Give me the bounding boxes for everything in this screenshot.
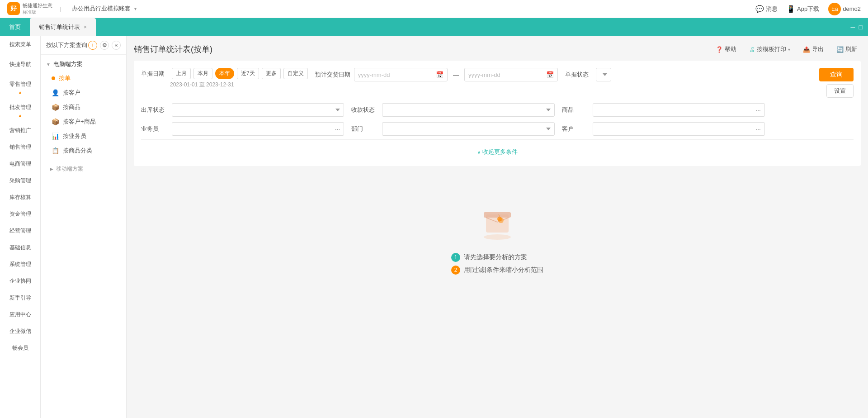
sidebar-item-system[interactable]: 系统管理 (0, 256, 40, 273)
sidebar-item-retail[interactable]: 零售管理 ▲ (0, 76, 40, 99)
goods-input-wrap[interactable]: ··· (593, 103, 765, 117)
sidebar-item-inventory[interactable]: 库存核算 (0, 189, 40, 206)
sidebar-search-menu[interactable]: 搜索菜单 (0, 36, 40, 53)
customer-dots[interactable]: ··· (755, 125, 761, 133)
svg-point-4 (497, 217, 502, 221)
sidebar-item-wholesale[interactable]: 批发管理 ▲ (0, 99, 40, 122)
top-bar-right: 💬 消息 📱 App下载 Ea demo2 (755, 3, 861, 15)
scheme-add-btn[interactable]: + (88, 41, 97, 50)
status-label: 单据状态 (565, 71, 592, 79)
scheme-item-by-order[interactable]: 按单 (41, 71, 126, 86)
scheme-mobile-section-title[interactable]: ▶ 移动端方案 (41, 162, 126, 176)
sidebar-item-ecommerce[interactable]: 电商管理 (0, 156, 40, 172)
tab-sales-order-summary[interactable]: 销售订单统计表 × (30, 18, 96, 36)
goods-label: 商品 (562, 106, 589, 114)
scheme-item-by-goods[interactable]: 📦 按商品 (41, 100, 126, 114)
sidebar-item-operations[interactable]: 经营管理 (0, 223, 40, 239)
top-bar: 好 畅捷通好生意 标准版 | 办公用品行业模拟账套 ▾ 💬 消息 📱 App下载… (0, 0, 868, 18)
date-btn-custom[interactable]: 自定义 (283, 68, 308, 79)
goods-dots[interactable]: ··· (755, 106, 761, 114)
print-btn[interactable]: 🖨 按模板打印 ▾ (745, 43, 794, 55)
collapse-btn[interactable]: ∧ 收起更多条件 (470, 145, 525, 159)
salesman-dots[interactable]: ··· (335, 125, 340, 133)
sidebar-item-basic[interactable]: 基础信息 (0, 239, 40, 256)
export-btn[interactable]: 📤 导出 (799, 43, 827, 55)
date-btn-last-month[interactable]: 上月 (172, 68, 191, 79)
sidebar-item-sales[interactable]: 销售管理 (0, 139, 40, 156)
sidebar-item-apps[interactable]: 应用中心 (0, 306, 40, 323)
date-quick-btns: 上月 本月 本年 近7天 更多 自定义 (172, 68, 308, 79)
scheme-item-by-salesman[interactable]: 📊 按业务员 (41, 129, 126, 143)
date-btn-this-year[interactable]: 本年 (215, 68, 234, 79)
scheme-item-by-customer[interactable]: 👤 按客户 (41, 86, 126, 100)
system-title-dropdown-icon[interactable]: ▾ (134, 6, 137, 11)
scheme-item-by-goods-category[interactable]: 📋 按商品分类 (41, 143, 126, 158)
delivery-status-select[interactable] (172, 103, 344, 117)
user-menu[interactable]: Ea demo2 (828, 3, 861, 15)
expected-date-to-input[interactable] (468, 71, 544, 78)
scheme-settings-btn[interactable]: ⚙ (100, 41, 109, 50)
sidebar-item-basic-label: 基础信息 (9, 244, 31, 252)
status-filter: 单据状态 (565, 68, 808, 81)
refresh-btn[interactable]: 🔄 刷新 (833, 43, 861, 55)
query-btn[interactable]: 查询 (819, 68, 854, 81)
app-download-btn[interactable]: 📱 App下载 (787, 5, 819, 13)
calendar-icon-1[interactable]: 📅 (436, 71, 443, 78)
expected-date-to[interactable]: 📅 (464, 68, 558, 81)
empty-state: 1 请先选择要分析的方案 2 用[过滤]条件来缩小分析范围 (134, 171, 861, 302)
sidebar-item-purchase[interactable]: 采购管理 (0, 172, 40, 189)
empty-steps: 1 请先选择要分析的方案 2 用[过滤]条件来缩小分析范围 (451, 253, 543, 275)
sidebar-item-wechat[interactable]: 企业微信 (0, 323, 40, 340)
sidebar-item-guide-label: 新手引导 (9, 294, 31, 302)
expected-date-label: 预计交货日期 (315, 71, 350, 79)
step-num-1: 1 (451, 253, 460, 262)
minimize-icon[interactable]: ─ (851, 24, 855, 31)
scheme-collapse-btn[interactable]: « (112, 41, 121, 50)
help-btn[interactable]: ❓ 帮助 (712, 43, 740, 55)
calendar-icon-2[interactable]: 📅 (546, 71, 554, 78)
top-bar-left: 好 畅捷通好生意 标准版 | 办公用品行业模拟账套 ▾ (7, 2, 137, 15)
tab-close-btn[interactable]: × (84, 24, 87, 30)
logo-icon: 好 (7, 2, 20, 15)
department-select[interactable] (382, 122, 554, 136)
sidebar-item-enterprise[interactable]: 企业协同 (0, 273, 40, 290)
expected-date-from-input[interactable] (358, 71, 434, 78)
sidebar-item-apps-label: 应用中心 (9, 311, 31, 318)
step-num-2: 2 (451, 266, 460, 275)
print-dropdown-icon[interactable]: ▾ (788, 47, 790, 52)
date-btn-last7[interactable]: 近7天 (237, 68, 259, 79)
payment-status-select[interactable] (382, 103, 554, 117)
step-1-text: 请先选择要分析的方案 (464, 253, 527, 261)
sidebar-item-marketing[interactable]: 营销推广 (0, 122, 40, 139)
sidebar-item-guide[interactable]: 新手引导 (0, 290, 40, 306)
sidebar-item-finance-label: 资金管理 (9, 210, 31, 218)
scheme-item-by-customer-goods-label: 按客户+商品 (63, 118, 96, 126)
customer-input-wrap[interactable]: ··· (593, 122, 765, 136)
user-label: demo2 (843, 5, 861, 12)
nav-tabs: 首页 销售订单统计表 × ─ □ (0, 18, 868, 36)
sidebar-item-member[interactable]: 畅会员 (0, 340, 40, 356)
tab-home[interactable]: 首页 (0, 18, 30, 36)
collapse-btn-row: ∧ 收起更多条件 (141, 139, 854, 159)
maximize-icon[interactable]: □ (859, 24, 863, 31)
scheme-panel-title: 按以下方案查询 (46, 41, 87, 49)
scheme-item-active-dot (52, 76, 55, 80)
scheme-item-by-customer-goods[interactable]: 📦 按客户+商品 (41, 114, 126, 129)
status-select[interactable] (596, 68, 611, 81)
scheme-pc-section-title[interactable]: ▼ 电脑端方案 (41, 57, 126, 71)
expected-date-from[interactable]: 📅 (354, 68, 448, 81)
date-btn-this-month[interactable]: 本月 (193, 68, 212, 79)
message-btn[interactable]: 💬 消息 (755, 5, 778, 13)
message-label: 消息 (766, 5, 778, 13)
sidebar-item-operations-label: 经营管理 (9, 227, 31, 235)
scheme-pc-arrow: ▼ (46, 62, 51, 67)
salesman-input-wrap[interactable]: ··· (172, 122, 344, 136)
status-select-wrap (596, 68, 805, 81)
sidebar-item-wechat-label: 企业微信 (9, 328, 31, 335)
main-layout: 搜索菜单 快捷导航 零售管理 ▲ 批发管理 ▲ 营销推广 销售管理 电商管理 采… (0, 36, 868, 418)
date-btn-more[interactable]: 更多 (262, 68, 281, 79)
sidebar-quick-nav[interactable]: 快捷导航 (0, 57, 40, 72)
settings-btn[interactable]: 设置 (826, 84, 854, 98)
scheme-mobile-arrow: ▶ (50, 166, 53, 171)
sidebar-item-finance[interactable]: 资金管理 (0, 206, 40, 223)
